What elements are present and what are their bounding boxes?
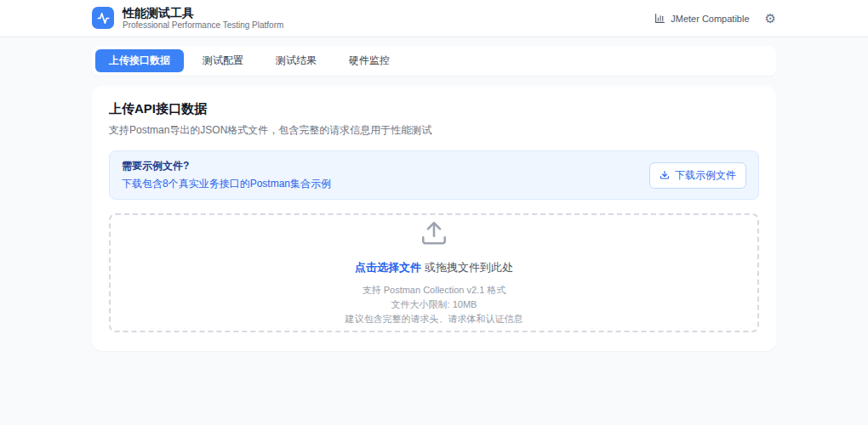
tab-test-config[interactable]: 测试配置 xyxy=(189,49,257,72)
bar-chart-icon xyxy=(654,13,665,24)
sample-file-banner: 需要示例文件? 下载包含8个真实业务接口的Postman集合示例 下载示例文件 xyxy=(109,150,759,200)
card-subtitle: 支持Postman导出的JSON格式文件，包含完整的请求信息用于性能测试 xyxy=(109,123,759,138)
banner-description: 下载包含8个真实业务接口的Postman集合示例 xyxy=(122,177,331,191)
tab-test-results[interactable]: 测试结果 xyxy=(262,49,330,72)
jmeter-compatible-badge: JMeter Compatible xyxy=(654,13,749,24)
hint-size-limit: 文件大小限制: 10MB xyxy=(345,298,523,312)
app-subtitle: Professional Performance Testing Platfor… xyxy=(123,20,283,31)
card-title: 上传API接口数据 xyxy=(109,101,759,117)
download-sample-button[interactable]: 下载示例文件 xyxy=(649,162,746,189)
download-sample-button-label: 下载示例文件 xyxy=(675,168,736,183)
dropzone-hints: 支持 Postman Collection v2.1 格式 文件大小限制: 10… xyxy=(345,283,523,326)
gear-icon[interactable]: ⚙ xyxy=(765,12,776,25)
hint-format: 支持 Postman Collection v2.1 格式 xyxy=(345,283,523,298)
banner-title: 需要示例文件? xyxy=(122,159,331,173)
brand: 性能测试工具 Professional Performance Testing … xyxy=(92,6,283,31)
upload-card: 上传API接口数据 支持Postman导出的JSON格式文件，包含完整的请求信息… xyxy=(92,86,776,351)
download-icon xyxy=(660,170,670,180)
app-header: 性能测试工具 Professional Performance Testing … xyxy=(0,0,868,37)
header-right: JMeter Compatible ⚙ xyxy=(654,12,776,25)
file-dropzone[interactable]: 点击选择文件或拖拽文件到此处 支持 Postman Collection v2.… xyxy=(109,213,759,332)
upload-icon xyxy=(420,219,448,252)
jmeter-compatible-label: JMeter Compatible xyxy=(671,14,749,24)
activity-pulse-icon xyxy=(92,7,114,29)
dropzone-main-line: 点击选择文件或拖拽文件到此处 xyxy=(355,260,513,275)
tab-bar: 上传接口数据 测试配置 测试结果 硬件监控 xyxy=(92,46,776,76)
drag-hint: 或拖拽文件到此处 xyxy=(425,261,513,274)
tab-hardware-monitor[interactable]: 硬件监控 xyxy=(335,49,403,72)
choose-file-link[interactable]: 点击选择文件 xyxy=(355,261,421,274)
hint-recommendation: 建议包含完整的请求头、请求体和认证信息 xyxy=(345,312,523,326)
main-container: 上传接口数据 测试配置 测试结果 硬件监控 上传API接口数据 支持Postma… xyxy=(92,46,776,351)
banner-text: 需要示例文件? 下载包含8个真实业务接口的Postman集合示例 xyxy=(122,159,331,191)
brand-text: 性能测试工具 Professional Performance Testing … xyxy=(123,6,283,31)
tab-upload-api-data[interactable]: 上传接口数据 xyxy=(95,49,184,72)
app-title: 性能测试工具 xyxy=(123,6,283,20)
